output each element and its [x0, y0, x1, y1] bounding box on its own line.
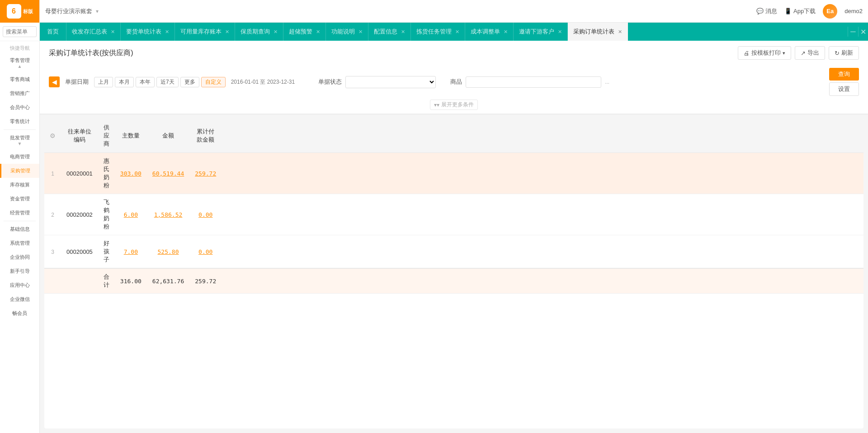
cell-supplier: 飞鹤奶粉	[98, 194, 115, 235]
date-btn-custom[interactable]: 自定义	[201, 77, 226, 87]
sidebar-item-enterprise[interactable]: 企业协同	[0, 250, 39, 264]
tab-config-info[interactable]: 配置信息 ✕	[368, 23, 411, 41]
tab-available-stock[interactable]: 可用量库存账本 ✕	[175, 23, 235, 41]
window-close-btn[interactable]: ✕	[858, 27, 868, 37]
date-btn-this-year[interactable]: 本年	[136, 77, 155, 87]
cell-amount[interactable]: 60,519.44	[147, 153, 189, 194]
cell-paid[interactable]: 0.00	[189, 235, 222, 269]
tab-pickup-task[interactable]: 拣货任务管理 ✕	[411, 23, 465, 41]
tab-func-desc[interactable]: 功能说明 ✕	[326, 23, 368, 41]
status-select[interactable]	[345, 76, 436, 88]
tab-goods-stats[interactable]: 要货单统计表 ✕	[121, 23, 175, 41]
tab-close-collect-send[interactable]: ✕	[111, 29, 115, 35]
status-filter-group: 单据状态	[318, 76, 436, 88]
sidebar-item-finance[interactable]: 资金管理	[0, 192, 39, 206]
export-button[interactable]: ↗ 导出	[795, 46, 825, 60]
tab-overstock[interactable]: 超储预警 ✕	[283, 23, 326, 41]
topbar-right: 💬 消息 📱 App下载 Ea demo2	[756, 4, 863, 19]
user-avatar[interactable]: Ea	[823, 4, 837, 19]
tab-close-cost-adjust[interactable]: ✕	[504, 29, 508, 35]
footer-paid: 259.72	[189, 268, 222, 294]
tab-close-available-stock[interactable]: ✕	[225, 29, 229, 35]
expand-more-button[interactable]: ▾▾ 展开更多条件	[430, 100, 478, 110]
tab-cost-adjust[interactable]: 成本调整单 ✕	[465, 23, 514, 41]
download-icon: 📱	[784, 8, 792, 14]
search-input[interactable]	[3, 26, 37, 37]
cell-qty[interactable]: 6.00	[115, 194, 147, 235]
goods-input[interactable]	[466, 76, 601, 88]
sidebar-item-inventory[interactable]: 库存核算	[0, 178, 39, 192]
window-minimize-btn[interactable]: ─	[848, 27, 858, 37]
col-extra	[222, 119, 863, 153]
sidebar-item-system[interactable]: 系统管理	[0, 236, 39, 250]
sidebar-item-retail-stats[interactable]: 零售统计	[0, 114, 39, 128]
row-num: 3	[44, 235, 61, 269]
topbar-title: 母婴行业演示账套	[45, 7, 92, 15]
print-button[interactable]: 🖨 按模板打印 ▾	[738, 46, 791, 60]
sidebar-item-wholesale[interactable]: 批发管理 ▼	[0, 131, 39, 150]
topbar-dropdown-arrow[interactable]: ▾	[96, 8, 99, 14]
page-title: 采购订单统计表(按供应商)	[49, 48, 133, 58]
sidebar-item-ecommerce[interactable]: 电商管理	[0, 150, 39, 164]
sidebar-item-enterprise-wechat[interactable]: 企业微信	[0, 292, 39, 306]
sidebar-item-new-guide[interactable]: 新手引导	[0, 264, 39, 278]
sidebar-item-retail-mall[interactable]: 零售商城	[0, 72, 39, 86]
cell-paid[interactable]: 0.00	[189, 194, 222, 235]
search-button[interactable]: 查询	[829, 68, 859, 81]
filter-area: ◀ 单据日期 上月 本月 本年 近7天 更多 自定义 2016-01-01 至 …	[40, 64, 868, 114]
table-row: 2 00020002 飞鹤奶粉 6.00 1,586.52 0.00	[44, 194, 863, 235]
cell-extra	[222, 235, 863, 269]
user-name: demo2	[844, 8, 863, 14]
refresh-icon: ↻	[835, 50, 840, 57]
table-header-row: ⚙ 往来单位编码 供应商 主数量 金额 累计付款金额	[44, 119, 863, 153]
nav-tabs: 首页 收发存汇总表 ✕ 要货单统计表 ✕ 可用量库存账本 ✕ 保质期查询 ✕ 超…	[40, 23, 868, 41]
sidebar-item-vip[interactable]: 畅会员	[0, 306, 39, 320]
col-amount: 金额	[147, 119, 189, 153]
message-icon: 💬	[756, 8, 764, 14]
app-download-btn[interactable]: 📱 App下载	[784, 7, 816, 15]
cell-paid[interactable]: 259.72	[189, 153, 222, 194]
tab-shelf-life[interactable]: 保质期查询 ✕	[235, 23, 283, 41]
sidebar-item-member[interactable]: 会员中心	[0, 100, 39, 114]
sidebar-item-app-center[interactable]: 应用中心	[0, 278, 39, 292]
table-row: 3 00020005 好孩子 7.00 525.80 0.00	[44, 235, 863, 269]
tab-close-purchase-stats[interactable]: ✕	[618, 29, 622, 35]
tab-close-goods-stats[interactable]: ✕	[165, 29, 169, 35]
tab-close-func-desc[interactable]: ✕	[359, 29, 363, 35]
tab-home[interactable]: 首页	[40, 23, 66, 41]
date-btn-7days[interactable]: 近7天	[156, 77, 179, 87]
sidebar-item-purchase[interactable]: 采购管理	[0, 164, 39, 178]
date-btn-more[interactable]: 更多	[180, 77, 199, 87]
tab-close-config-info[interactable]: ✕	[401, 29, 405, 35]
tab-close-invite[interactable]: ✕	[558, 29, 562, 35]
sidebar-item-basic-info[interactable]: 基础信息	[0, 222, 39, 236]
cell-supplier: 好孩子	[98, 235, 115, 269]
more-filter-btn[interactable]: ...	[605, 79, 609, 85]
tab-collect-send[interactable]: 收发存汇总表 ✕	[66, 23, 121, 41]
tab-purchase-stats[interactable]: 采购订单统计表 ✕	[568, 23, 628, 41]
footer-extra	[222, 268, 863, 294]
footer-empty	[44, 268, 61, 294]
main-area: 母婴行业演示账套 ▾ 💬 消息 📱 App下载 Ea demo2 首页 收发存汇…	[40, 0, 868, 433]
cell-amount[interactable]: 1,586.52	[147, 194, 189, 235]
date-btn-last-month[interactable]: 上月	[94, 77, 113, 87]
sidebar-item-operations[interactable]: 经营管理	[0, 206, 39, 220]
settings-button[interactable]: 设置	[829, 82, 859, 96]
refresh-button[interactable]: ↻ 刷新	[829, 46, 859, 60]
tab-invite-downstream[interactable]: 邀请下游客户 ✕	[514, 23, 568, 41]
quick-nav-label: 快捷导航	[0, 41, 39, 53]
filter-toggle-btn[interactable]: ◀	[49, 76, 60, 87]
tab-close-pickup-task[interactable]: ✕	[455, 29, 459, 35]
sidebar-item-retail-mgmt[interactable]: 零售管理 ▲	[0, 53, 39, 72]
cell-qty[interactable]: 303.00	[115, 153, 147, 194]
tab-close-shelf-life[interactable]: ✕	[274, 29, 278, 35]
print-dropdown-arrow[interactable]: ▾	[783, 50, 785, 56]
sidebar-item-marketing[interactable]: 营销推广	[0, 86, 39, 100]
date-range-display: 2016-01-01 至 2023-12-31	[231, 78, 295, 86]
cell-qty[interactable]: 7.00	[115, 235, 147, 269]
cell-amount[interactable]: 525.80	[147, 235, 189, 269]
column-settings-icon[interactable]: ⚙	[50, 132, 56, 139]
tab-close-overstock[interactable]: ✕	[316, 29, 320, 35]
date-btn-this-month[interactable]: 本月	[115, 77, 134, 87]
messages-btn[interactable]: 💬 消息	[756, 7, 777, 15]
